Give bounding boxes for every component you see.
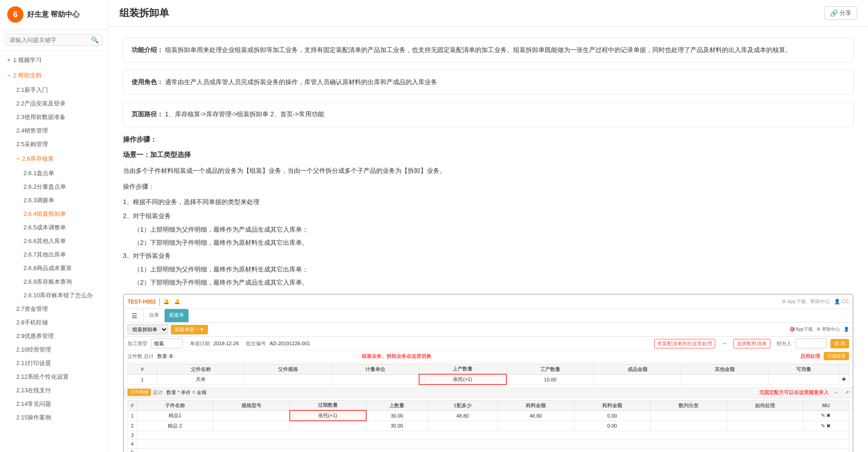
sidebar-item-data-prep[interactable]: 2.3使用前数据准备 [0,110,108,124]
cth-name: 子件名称 [137,400,213,411]
search-icon[interactable]: 🔍 [91,36,99,43]
new-doc-btn[interactable]: 新建单据一▼ [171,325,208,334]
share-label: 分享 [840,9,851,17]
c-cell-empty [137,448,849,452]
ops-title: 操作步骤： [123,135,854,144]
op-input[interactable] [795,338,827,348]
search-input[interactable] [9,37,91,43]
cell-avail [769,374,839,385]
sidebar-item-other-in[interactable]: 2.6.6其他入库单 [0,234,108,248]
sidebar-item-print[interactable]: 2.11打印设置 [0,357,108,370]
sidebar-item-inventory-fix[interactable]: 2.6.10库存账本错了怎么办 [0,289,108,302]
sidebar-item-cost-adjust[interactable]: 2.6.5成本调整单 [0,221,108,234]
th-parent-name: 父件名称 [157,364,244,375]
type-notice-row: 父件数 总计 数量 本 组装业务、拆卸业务在这里切换 启用处理 完成处理 [124,351,853,362]
sidebar-item-install[interactable]: 2.2产品安装及登录 [0,97,108,110]
app-name: 好生意 帮助中心 [27,10,80,19]
top-bar-nav: 🔔 🔔 [163,299,180,305]
share-button[interactable]: 🔗 分享 [824,6,857,20]
cell-action: ✚ [839,374,849,385]
sidebar-item-video-label: 1.视频学习 [13,56,42,64]
sidebar-item-cases[interactable]: 2.15操作案例 [0,411,108,424]
c-cell-qty-over [290,421,366,431]
c-cell-mu: ✎ ✖ [803,410,849,421]
expand-icon-bottom: ↗ [845,390,849,395]
sidebar-item-sales[interactable]: 2.4销售管理 [0,124,108,138]
tab-ziku[interactable]: 自库 [145,309,164,322]
inventory-collapse-icon: − [16,156,19,162]
c-cell-empty [137,439,849,448]
sidebar-item-newbie[interactable]: 2.1新手入门 [0,83,108,97]
c-cell-empty [137,431,849,439]
sidebar-item-faq[interactable]: 2.14常见问题 [0,397,108,411]
c-cell-dist [650,410,726,421]
th-qty1: 上产数量 [419,364,506,375]
path-block: 页面路径： 1、库存核算->库存管理->组装拆卸单 2、首页->常用功能 [123,102,854,127]
child-total-label: 总计 [153,389,163,396]
c-cell-num: 3 [128,431,137,439]
finish-btn[interactable]: 完成处理 [824,352,849,360]
table-row: 3 [128,431,849,439]
sidebar-item-mobile[interactable]: 2.8手机旺铺 [0,316,108,329]
sidebar-item-payment[interactable]: 2.13在线支付 [0,384,108,397]
search-box: 🔍 [0,29,108,51]
sidebar-item-finance[interactable]: 2.7资金管理 [0,302,108,316]
doc-type-select[interactable]: 组装拆卸单 [127,324,168,334]
sidebar-item-stocktake[interactable]: 2.6.1盘点单 [0,167,108,180]
sidebar-item-purchase[interactable]: 2.5采购管理 [0,138,108,151]
path-text: 1、库存核算->库存管理->组装拆卸单 2、首页->常用功能 [165,110,324,118]
sidebar-toggle[interactable]: ☰ [126,309,144,322]
select-bom-btn[interactable]: 选择配料清单 [733,339,770,348]
bottom-section-header: 子件明细 总计 数量 * 单价 = 金额 无固定配方可以在这里随意录入 ← ↗ [124,387,853,398]
step2-1: （1）上部明细为父件明细，最终作为产成品生成其它入库单； [123,224,854,236]
table-row: 2 精品 2 30.00 0.00 ✎ ✖ [128,421,849,431]
save-btn[interactable]: 保 存 [830,339,849,348]
table-row: 5 [128,448,849,452]
sidebar-item-personalize[interactable]: 2.12系统个性化设置 [0,370,108,384]
parent-count: 数量 本 [157,353,174,360]
cth-mat-amt1: 耗料金额 [497,400,574,411]
sidebar-item-ops-mgmt[interactable]: 2.10经营管理 [0,343,108,357]
bottom-table-container: # 子件名称 规格型号 过期数量 上数量 1配多少 耗料金额 耗料金额 数列分发… [124,398,853,452]
tab-new[interactable]: 新建单 [165,309,189,322]
sidebar-item-inventory-label: 2.6库存核算 [22,155,54,163]
func-intro-block: 功能介绍： 组装拆卸单用来处理企业组装或拆卸等加工业务，支持有固定装配清单的产品… [123,38,854,62]
c-cell-num: 5 [128,448,137,452]
app-top-bar: TEST-H002 | 🔔 🔔 ⚙ App下载 帮助中心 👤 CC [124,295,853,309]
func-intro-label: 功能介绍： [132,46,163,53]
date-label: 加工类型 [127,340,147,347]
main-header: 组装拆卸单 🔗 分享 [108,0,868,27]
toolbar-icons: 🎯 App下载 ⚙ 帮助中心 👤 [789,326,849,333]
table-row: 4 [128,439,849,448]
date-field-label: 单据日期 [190,340,210,347]
sidebar-item-docs[interactable]: − 2.帮助文档 [0,68,108,83]
sidebar-item-transfer[interactable]: 2.6.3调拨单 [0,194,108,207]
type-input[interactable] [151,338,183,348]
th-amt1: 成品金额 [594,364,681,375]
sidebar-item-cost-recalc[interactable]: 2.6.8商品成本重算 [0,262,108,275]
func-intro-text: 组装拆卸单用来处理企业组装或拆卸等加工业务，支持有固定装配清单的产品加工业务，也… [165,46,792,53]
sidebar-item-assembly[interactable]: 2.6.4组装拆卸单 [0,207,108,221]
c-cell-qty-over: 依托(+1) [290,410,366,421]
share-icon: 🔗 [830,10,838,17]
step2-2: （2）下部明细为子件明细，最终作为原材料生成其它出库单。 [123,237,854,249]
screenshot-container: TEST-H002 | 🔔 🔔 ⚙ App下载 帮助中心 👤 CC ☰ 自库 新… [123,294,854,452]
cell-amt1 [594,374,681,385]
sidebar-item-other-out[interactable]: 2.6.7其他出库单 [0,248,108,262]
free-input-hint: 无固定配方可以在这里随意录入 [759,389,829,396]
c-cell-dist [650,421,726,431]
cth-ratio: 1配多少 [428,400,498,411]
cell-amt2 [681,374,768,385]
sidebar-item-inventory[interactable]: − 2.6库存核算 [0,151,108,167]
step3: 3、对于拆装业务 [123,250,854,262]
cth-num: # [128,400,137,411]
c-cell-amt2: 0.00 [574,410,650,421]
op-label: 经办人 [777,340,792,347]
app-tab-bar: ☰ 自库 新建单 [124,309,853,323]
sidebar-item-partial-stocktake[interactable]: 2.6.2分量盘点单 [0,180,108,194]
cell-parent-spec [244,374,331,385]
sidebar-item-video[interactable]: + 1.视频学习 [0,52,108,68]
step2: 2、对于组装业务 [123,210,854,222]
sidebar-item-coupon[interactable]: 2.9优惠券管理 [0,329,108,343]
sidebar-item-inventory-query[interactable]: 2.6.9库存账本查询 [0,275,108,289]
